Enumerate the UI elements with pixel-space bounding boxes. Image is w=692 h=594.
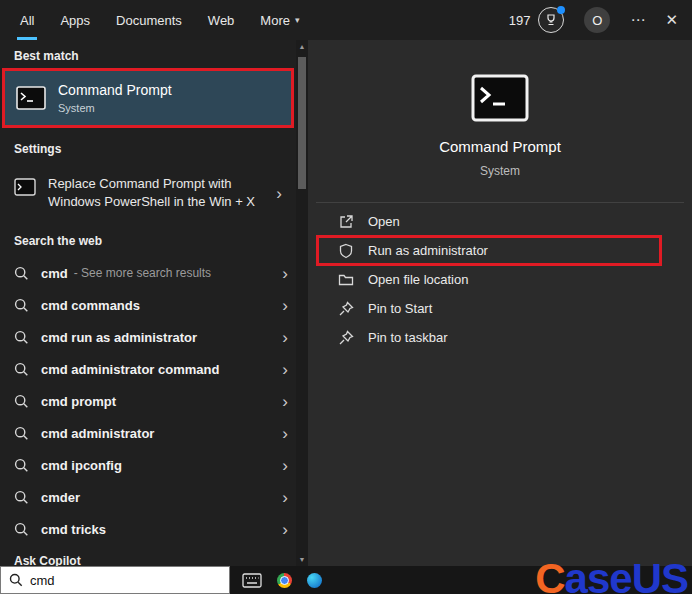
scrollbar-thumb[interactable]: [298, 57, 306, 189]
best-match-item[interactable]: Command Prompt System: [4, 71, 292, 125]
powershell-setting-icon: [14, 178, 36, 198]
search-icon: [9, 573, 23, 587]
tab-web-label: Web: [208, 13, 235, 28]
search-icon: [14, 266, 29, 281]
suggestion-text: cmd run as administrator: [41, 330, 197, 345]
command-prompt-large-icon: [471, 74, 529, 122]
suggestion-text: cmd commands: [41, 298, 140, 313]
tab-documents-label: Documents: [116, 13, 182, 28]
search-top-bar: All Apps Documents Web More ▾ 197 O ⋯ ✕: [0, 0, 692, 40]
easeus-logo-mark: C: [535, 558, 564, 594]
tab-all-label: All: [20, 13, 34, 28]
suggestion-text: cmd administrator command: [41, 362, 219, 377]
section-header-search-web: Search the web: [0, 225, 296, 255]
chevron-right-icon: ›: [282, 457, 296, 474]
chevron-right-icon: ›: [282, 265, 296, 282]
search-icon: [14, 394, 29, 409]
action-open-file-location[interactable]: Open file location: [308, 265, 692, 294]
search-icon: [14, 522, 29, 537]
web-suggestion-cmd-administrator[interactable]: cmd administrator ›: [0, 417, 296, 449]
chevron-right-icon: ›: [282, 361, 296, 378]
suggestion-text: cmder: [41, 490, 80, 505]
search-icon: [14, 362, 29, 377]
open-icon: [338, 214, 354, 230]
account-avatar[interactable]: O: [584, 7, 610, 33]
chevron-right-icon: ›: [282, 297, 296, 314]
touch-keyboard-icon[interactable]: [242, 573, 262, 588]
topbar-right-cluster: 197 O ⋯ ✕: [509, 7, 692, 33]
action-label: Open file location: [368, 272, 468, 287]
best-match-subtitle: System: [58, 102, 172, 114]
action-list: Open Run as administrator Open file loca…: [308, 207, 692, 352]
search-results-panel: Best match Command Prompt System Setting…: [0, 40, 308, 566]
options-ellipsis-button[interactable]: ⋯: [630, 11, 645, 29]
left-panel-scrollbar[interactable]: ▲ ▼: [296, 40, 308, 566]
tab-more-label: More: [260, 13, 290, 28]
search-icon: [14, 490, 29, 505]
chevron-right-icon: ›: [282, 489, 296, 506]
tab-web[interactable]: Web: [208, 0, 235, 40]
tab-all[interactable]: All: [20, 0, 34, 40]
web-suggestion-cmder[interactable]: cmder ›: [0, 481, 296, 513]
taskbar-search-box[interactable]: [0, 566, 230, 594]
web-suggestion-cmd-tricks[interactable]: cmd tricks ›: [0, 513, 296, 545]
web-suggestion-cmd[interactable]: cmd - See more search results ›: [0, 257, 296, 289]
chevron-right-icon: ›: [282, 425, 296, 442]
action-label: Pin to Start: [368, 301, 432, 316]
admin-shield-icon: [338, 243, 354, 259]
action-label: Open: [368, 214, 400, 229]
preview-panel: Command Prompt System Open Run as admini…: [308, 40, 692, 566]
pin-icon: [338, 330, 354, 346]
best-match-title: Command Prompt: [58, 82, 172, 98]
search-icon: [14, 458, 29, 473]
scroll-up-icon[interactable]: ▲: [299, 40, 306, 53]
web-suggestion-cmd-run-as-administrator[interactable]: cmd run as administrator ›: [0, 321, 296, 353]
scrollbar-track[interactable]: [296, 53, 308, 553]
action-open[interactable]: Open: [308, 207, 692, 236]
section-header-ask-copilot: Ask Copilot: [0, 545, 296, 566]
search-icon: [14, 426, 29, 441]
filter-tabs: All Apps Documents Web More ▾: [0, 0, 300, 40]
action-run-as-administrator[interactable]: Run as administrator: [308, 236, 692, 265]
settings-result-label: Replace Command Prompt with Windows Powe…: [48, 175, 256, 211]
suggestion-text: cmd administrator: [41, 426, 154, 441]
suggestion-text: cmd prompt: [41, 394, 116, 409]
scroll-down-icon[interactable]: ▼: [299, 553, 306, 566]
tab-more[interactable]: More ▾: [260, 0, 299, 40]
web-suggestion-cmd-prompt[interactable]: cmd prompt ›: [0, 385, 296, 417]
notification-dot: [557, 6, 565, 14]
suggestion-text: cmd ipconfig: [41, 458, 122, 473]
rewards-count: 197: [509, 13, 531, 28]
action-label: Pin to taskbar: [368, 330, 448, 345]
section-header-settings: Settings: [0, 133, 296, 163]
chevron-down-icon: ▾: [295, 15, 300, 25]
taskbar-search-input[interactable]: [30, 573, 200, 588]
chevron-right-icon: ›: [276, 185, 290, 202]
preview-title: Command Prompt: [308, 138, 692, 155]
search-icon: [14, 330, 29, 345]
chrome-icon[interactable]: [277, 573, 292, 588]
action-pin-to-taskbar[interactable]: Pin to taskbar: [308, 323, 692, 352]
folder-icon: [338, 272, 354, 288]
settings-result-item[interactable]: Replace Command Prompt with Windows Powe…: [0, 167, 296, 219]
easeus-watermark: C aseUS: [535, 558, 688, 594]
web-suggestion-cmd-ipconfig[interactable]: cmd ipconfig ›: [0, 449, 296, 481]
close-icon[interactable]: ✕: [665, 11, 678, 29]
web-suggestion-cmd-administrator-command[interactable]: cmd administrator command ›: [0, 353, 296, 385]
tab-documents[interactable]: Documents: [116, 0, 182, 40]
command-prompt-icon: [16, 86, 46, 110]
easeus-logo-text: aseUS: [565, 558, 688, 594]
avatar-letter: O: [592, 13, 602, 28]
preview-subtitle: System: [308, 164, 692, 178]
pin-icon: [338, 301, 354, 317]
suggestion-suffix: - See more search results: [74, 266, 211, 280]
taskbar-icons: [230, 566, 322, 594]
chevron-right-icon: ›: [282, 329, 296, 346]
action-pin-to-start[interactable]: Pin to Start: [308, 294, 692, 323]
tab-apps-label: Apps: [60, 13, 90, 28]
edge-icon[interactable]: [307, 573, 322, 588]
tab-apps[interactable]: Apps: [60, 0, 90, 40]
web-suggestion-cmd-commands[interactable]: cmd commands ›: [0, 289, 296, 321]
search-icon: [14, 298, 29, 313]
rewards-icon[interactable]: [538, 7, 564, 33]
